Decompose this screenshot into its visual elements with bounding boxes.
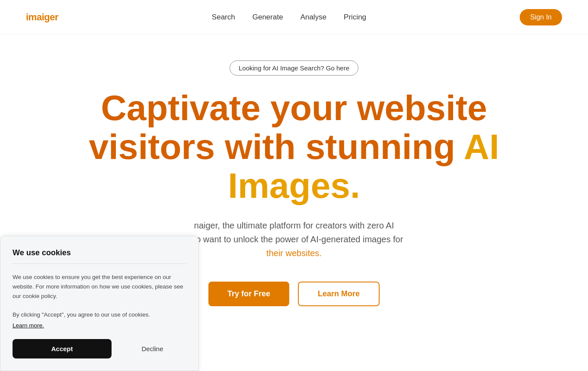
nav-generate[interactable]: Generate [252,13,283,21]
hero-buttons: Try for Free Learn More [208,282,380,306]
cookie-actions: Accept Decline [13,339,186,358]
cookie-body-line1: We use cookies to ensure you get the bes… [13,274,183,299]
cookie-banner-body: We use cookies to ensure you get the bes… [13,273,186,330]
hero-title: Captivate your website visitors with stu… [56,89,532,206]
signin-button[interactable]: Sign In [520,9,562,25]
learn-more-button[interactable]: Learn More [298,282,380,306]
cookie-banner: We use cookies We use cookies to ensure … [0,236,199,371]
ai-search-badge[interactable]: Looking for AI Image Search? Go here [230,60,358,76]
nav-pricing[interactable]: Pricing [344,13,366,21]
accept-button[interactable]: Accept [13,339,112,358]
hero-title-line1: Captivate your website [101,88,487,127]
cookie-body-line2: By clicking "Accept", you agree to our u… [13,311,150,318]
cookie-learn-more-link[interactable]: Learn more. [13,321,186,330]
nav-search[interactable]: Search [212,13,235,21]
nav-analyse[interactable]: Analyse [300,13,326,21]
subtitle-middle: who want to unlock the power of AI-gener… [185,235,403,244]
navbar: imaiger Search Generate Analyse Pricing … [0,0,588,35]
cookie-banner-title: We use cookies [13,248,186,264]
hero-subtitle: naiger, the ultimate platform for creato… [185,219,403,260]
logo[interactable]: imaiger [26,12,58,23]
hero-title-line2: visitors with stunning [89,127,455,166]
decline-button[interactable]: Decline [118,345,186,352]
subtitle-suffix: their websites. [266,248,322,258]
try-for-free-button[interactable]: Try for Free [208,282,289,306]
subtitle-prefix: naiger, the ultimate platform for creato… [194,221,394,230]
nav-links: Search Generate Analyse Pricing [212,13,366,22]
